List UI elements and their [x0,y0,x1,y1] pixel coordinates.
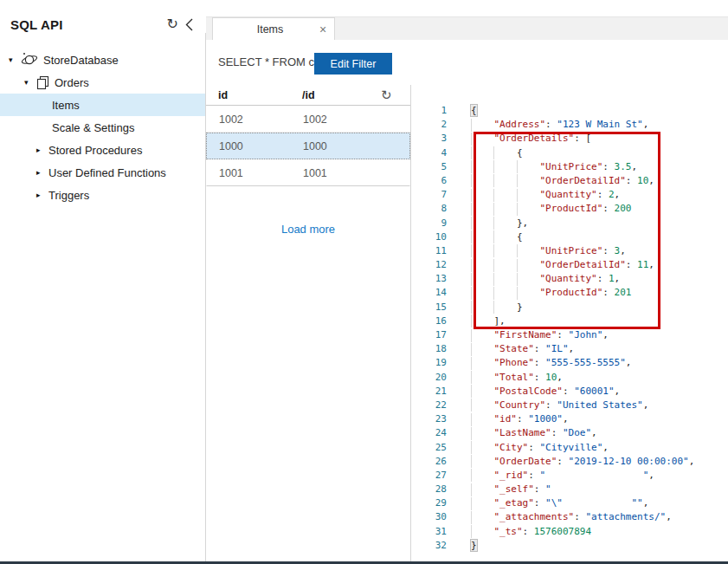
editor-gutter: 1234567891011121314151617181920212223242… [412,104,447,553]
code-line[interactable]: } [448,539,728,553]
token-s: "60001" [574,386,614,397]
indent-guide [471,146,493,159]
token-p: : [523,526,534,537]
edit-filter-button[interactable]: Edit Filter [314,53,392,75]
code-line[interactable]: "LastName": "Doe", [448,426,728,440]
code-line[interactable]: "id": "1000", [448,412,728,426]
code-line[interactable]: "ProductId": 201 [448,286,728,300]
code-line[interactable]: "Quantity": 1, [448,272,728,286]
code-line[interactable]: ], [448,314,728,328]
document-row-1002[interactable]: 10021002 [206,106,410,133]
tab-items[interactable]: Items × [212,17,335,41]
code-line[interactable]: "Address": "123 W Main St", [448,118,728,132]
document-row-1001[interactable]: 10011001 [206,159,410,186]
editor-pane[interactable]: 1234567891011121314151617181920212223242… [412,40,728,561]
code-line[interactable]: "Quantity": 2, [448,188,728,202]
sidebar-item-orders[interactable]: ▾Orders [0,71,205,94]
token-p: : [602,245,614,256]
indent-guide [517,259,539,272]
documents-refresh-icon[interactable]: ↻ [381,88,410,103]
tree-item-label: StoreDatabase [43,54,119,67]
indent-guide [471,217,493,230]
code-line[interactable]: "UnitPrice": 3.5, [448,160,728,174]
token-p: , [591,427,597,438]
token-m: 201 [615,287,632,298]
document-partition-cell: 1000 [303,140,409,152]
line-number: 8 [412,202,447,216]
query-bar: SELECT * FROM c Edit Filter [206,40,411,85]
data-explorer-window: SQL API ↻ ▾StoreDatabase▾OrdersItemsScal… [0,0,728,564]
line-number: 2 [412,118,447,132]
token-p: , [602,329,609,340]
indent-guide [471,427,493,440]
sidebar-item-scale-settings[interactable]: Scale & Settings [0,116,205,139]
code-line[interactable]: { [448,104,728,118]
code-line[interactable]: "UnitPrice": 3, [448,244,728,258]
code-line[interactable]: { [448,230,728,244]
code-line[interactable]: "OrderDetailId": 10, [448,174,728,188]
code-line[interactable]: }, [448,217,728,230]
code-line[interactable]: "ProductId": 200 [448,202,728,216]
tree-item-label: Scale & Settings [52,121,134,134]
caret-collapsed-icon[interactable]: ▸ [36,168,48,177]
token-p: : [534,372,545,383]
code-line[interactable]: "Total": 10, [448,371,728,385]
indent-guide [471,469,493,482]
sidebar-item-storedatabase[interactable]: ▾StoreDatabase [0,49,205,71]
token-p: { [517,147,523,159]
caret-expanded-icon[interactable]: ▾ [24,78,36,87]
code-line[interactable]: "State": "IL", [448,342,728,356]
caret-expanded-icon[interactable]: ▾ [9,55,21,64]
sidebar-item-items[interactable]: Items [0,94,205,116]
code-line[interactable]: "_attachments": "attachments/", [448,510,728,524]
close-icon[interactable]: × [312,23,334,36]
line-number: 23 [412,412,447,426]
tab-bar: Items × [206,16,728,40]
sidebar-title: SQL API [10,17,63,32]
code-line[interactable]: "_self": " [448,483,728,496]
token-p: : [597,273,609,284]
sidebar-collapse-icon[interactable] [185,18,193,31]
line-number: 15 [412,301,447,314]
document-row-1000[interactable]: 10001000 [206,133,410,159]
indent-guide [471,343,493,356]
code-line[interactable]: "OrderDetailId": 11, [448,258,728,272]
sidebar-item-stored-procedures[interactable]: ▸Stored Procedures [0,139,205,161]
code-line[interactable]: "PostalCode": "60001", [448,385,728,399]
column-header-partition[interactable]: /id [302,89,381,101]
indent-guide [517,189,539,202]
token-p: : [534,497,545,509]
document-id-cell: 1001 [207,167,303,179]
caret-collapsed-icon[interactable]: ▸ [36,191,48,199]
token-p: , [643,497,649,509]
token-p: : [574,511,585,522]
code-line[interactable]: } [448,301,728,314]
token-k: "City" [493,442,528,453]
token-p: : [602,287,614,298]
sidebar-item-user-defined-functions[interactable]: ▸User Defined Functions [0,161,205,184]
code-line[interactable]: "_ts": 1576007894 [448,525,728,539]
code-line[interactable]: "Country": "United States", [448,399,728,412]
code-line[interactable]: "_rid": " ", [448,469,728,483]
code-line[interactable]: { [448,146,728,160]
token-s: "555-555-5555" [545,357,626,368]
indent-guide [471,329,493,342]
token-p: : [557,456,568,467]
sidebar-item-triggers[interactable]: ▸Triggers [0,184,205,206]
line-number: 25 [412,441,447,455]
column-header-id[interactable]: id [206,89,302,101]
code-line[interactable]: "OrderDate": "2019-12-10 00:00:00", [448,455,728,469]
token-p: , [689,456,695,467]
code-line[interactable]: "_etag": "\" "", [448,496,728,510]
token-s: "Doe" [563,427,591,438]
code-line[interactable]: "Phone": "555-555-5555", [448,356,728,370]
code-line[interactable]: "City": "Cityville", [448,441,728,455]
load-more-link[interactable]: Load more [206,223,410,236]
caret-collapsed-icon[interactable]: ▸ [36,146,48,154]
token-p: : [528,470,539,481]
sidebar-refresh-icon[interactable]: ↻ [167,17,178,31]
code-line[interactable]: "FirstName": "John", [448,328,728,342]
token-p: : [557,329,568,340]
code-line[interactable]: "OrderDetails": [ [448,132,728,146]
line-number: 9 [412,217,447,230]
